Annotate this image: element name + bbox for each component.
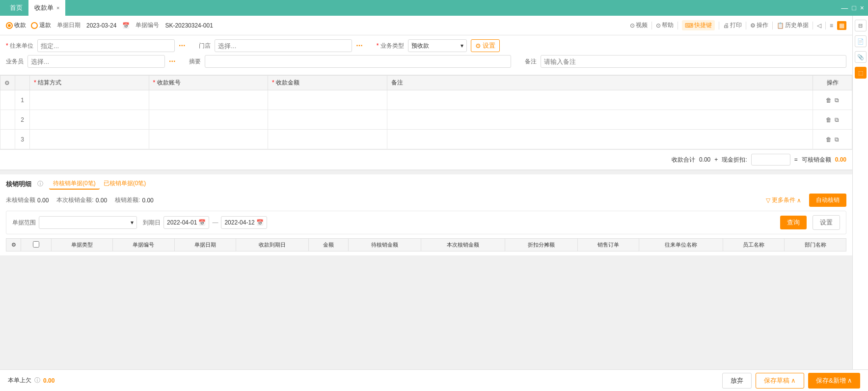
radio-refund[interactable]: 退款: [31, 21, 51, 29]
divider2: [678, 22, 678, 29]
staff-input[interactable]: [27, 55, 165, 68]
td-amount-2[interactable]: [268, 110, 387, 130]
discount-input[interactable]: [751, 154, 790, 166]
business-type-label: 业务类型: [377, 42, 404, 50]
shortcut-btn[interactable]: ⌨ 快捷键: [682, 20, 715, 30]
history-btn[interactable]: 📋 历史单据: [777, 21, 809, 29]
th-staff-name: 员工名称: [723, 239, 785, 251]
draft-button[interactable]: 保存草稿 ∧: [756, 373, 804, 389]
auto-reconcile-button[interactable]: 自动核销: [809, 194, 846, 207]
th-row-num: [15, 76, 30, 90]
copy-icon-2[interactable]: ⧉: [835, 116, 839, 123]
calendar-start-icon: 📅: [198, 219, 206, 226]
store-label: 门店: [199, 42, 211, 50]
delete-icon-2[interactable]: 🗑: [826, 116, 832, 123]
date-value: 2023-03-24: [86, 22, 116, 29]
divider7: [825, 22, 826, 29]
info-circle-icon: ⓘ: [34, 376, 40, 385]
available-label: 可核销金额: [802, 156, 831, 164]
store-input[interactable]: [215, 39, 352, 52]
sidebar-active-icon[interactable]: ⬚: [855, 67, 867, 79]
radio-receive[interactable]: 收款: [6, 21, 26, 29]
customer-input[interactable]: [37, 39, 175, 52]
customer-more-icon[interactable]: ···: [179, 41, 185, 50]
th-due-date: 收款到期日: [236, 239, 309, 251]
stat-unreconciled: 未核销金额 0.00: [6, 196, 49, 204]
business-type-select[interactable]: 预收款 ▾: [408, 39, 467, 52]
minimize-icon[interactable]: —: [841, 4, 848, 12]
calendar-end-icon: 📅: [256, 219, 264, 226]
tab-home[interactable]: 首页: [4, 0, 28, 16]
footer-left: 本单上欠 ⓘ 0.00: [8, 376, 54, 385]
shortcut-label: 快捷键: [694, 21, 712, 29]
td-note-3[interactable]: [387, 130, 813, 149]
th-account: 收款账号: [149, 76, 268, 90]
td-account-3[interactable]: [149, 130, 268, 149]
td-settlement-1[interactable]: [30, 90, 149, 110]
draft-chevron-icon: ∧: [791, 377, 796, 384]
settings-button[interactable]: ⚙ 设置: [471, 39, 500, 52]
tab-active[interactable]: 收款单 ×: [28, 0, 65, 16]
calendar-icon[interactable]: 📅: [122, 22, 130, 29]
operation-btn[interactable]: ⚙ 操作: [750, 21, 768, 29]
td-account-1[interactable]: [149, 90, 268, 110]
store-more-icon[interactable]: ···: [356, 41, 362, 50]
print-btn[interactable]: 🖨 打印: [723, 21, 742, 29]
th-amount: 收款金额: [268, 76, 387, 90]
summary-input[interactable]: [205, 55, 511, 68]
filter-settings-button[interactable]: 设置: [813, 215, 840, 230]
note-input[interactable]: [541, 55, 846, 68]
abandon-button[interactable]: 放弃: [722, 373, 752, 389]
current-label: 本次核销金额:: [56, 196, 93, 204]
range-label: 单据范围: [12, 219, 36, 227]
delete-icon-3[interactable]: 🗑: [826, 136, 832, 143]
video-icon: ⊙: [630, 22, 635, 29]
td-amount-1[interactable]: [268, 90, 387, 110]
staff-more-icon[interactable]: ···: [169, 57, 175, 66]
bottom-table: ⚙ 单据类型 单据编号 单据日期 收款到期日 金额 待核销金额 本次核销金额 折…: [6, 238, 846, 251]
video-btn[interactable]: ⊙ 视频: [630, 21, 648, 29]
help-btn[interactable]: ⊙ 帮助: [656, 21, 674, 29]
sidebar-table-icon[interactable]: ⊟: [855, 20, 867, 31]
query-button[interactable]: 查询: [780, 216, 807, 229]
grid-icon[interactable]: ▦: [837, 21, 846, 30]
tab-done[interactable]: 已核销单据(0笔): [100, 178, 150, 190]
diff-label: 核销差额:: [115, 196, 140, 204]
copy-icon-3[interactable]: ⧉: [835, 136, 839, 143]
td-account-2[interactable]: [149, 110, 268, 130]
range-select[interactable]: ▾: [39, 216, 137, 229]
delete-icon-1[interactable]: 🗑: [826, 97, 832, 104]
save-button[interactable]: 保存&新增 ∧: [808, 373, 860, 389]
table-gear-icon[interactable]: ⚙: [4, 80, 10, 86]
close-icon[interactable]: ×: [860, 4, 864, 12]
gear-bottom-icon[interactable]: ⚙: [11, 242, 16, 248]
layout-icon[interactable]: ≡: [830, 22, 833, 29]
td-note-1[interactable]: [387, 90, 813, 110]
sidebar-attach-icon[interactable]: 📎: [855, 51, 867, 63]
equals-sign: =: [794, 156, 798, 163]
th-pending-amount: 待核销金额: [348, 239, 421, 251]
td-settlement-2[interactable]: [30, 110, 149, 130]
order-label: 本单上欠: [8, 376, 31, 385]
total-label: 收款合计: [672, 156, 695, 164]
select-all-checkbox[interactable]: [33, 241, 39, 248]
date-end[interactable]: 2022-04-12 📅: [221, 216, 267, 229]
th-settlement: 结算方式: [30, 76, 149, 90]
tab-close-icon[interactable]: ×: [56, 0, 59, 16]
info-icon: ⓘ: [37, 180, 43, 188]
td-settlement-3[interactable]: [30, 130, 149, 149]
td-amount-3[interactable]: [268, 130, 387, 149]
more-conditions-btn[interactable]: ▽ 更多条件 ∧: [766, 196, 801, 204]
date-start[interactable]: 2022-04-01 📅: [163, 216, 209, 229]
date-separator: —: [212, 219, 218, 226]
filter-due-date: 到期日 2022-04-01 📅 — 2022-04-12 📅: [143, 216, 267, 229]
tab-active-label: 收款单: [34, 0, 54, 16]
maximize-icon[interactable]: □: [852, 4, 856, 12]
tab-pending[interactable]: 待核销单据(0笔): [49, 178, 100, 190]
copy-icon-1[interactable]: ⧉: [835, 97, 839, 104]
radio-refund-label: 退款: [39, 21, 51, 29]
sidebar-doc-icon[interactable]: 📄: [855, 35, 867, 47]
td-note-2[interactable]: [387, 110, 813, 130]
th-amount: 金额: [309, 239, 348, 251]
nav-prev-icon[interactable]: ◁: [817, 22, 821, 29]
